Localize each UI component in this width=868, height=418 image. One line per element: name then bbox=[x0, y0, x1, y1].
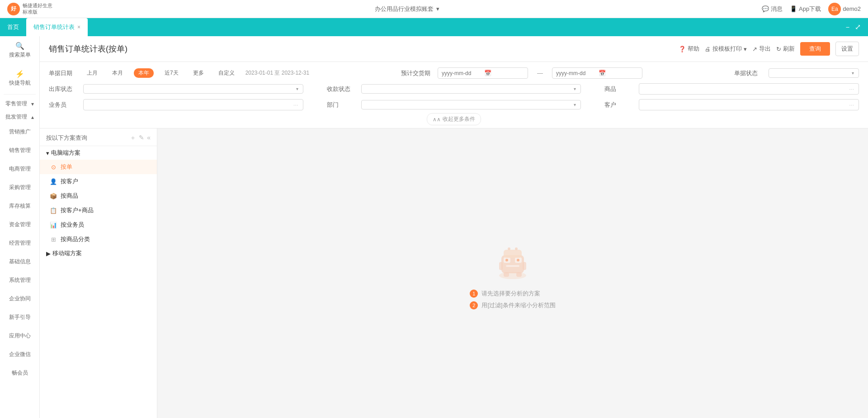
date-more-btn[interactable]: 更多 bbox=[189, 68, 208, 78]
print-dropdown-icon[interactable]: ▾ bbox=[744, 46, 747, 52]
tree-mobile-expand-arrow: ▶ bbox=[46, 250, 51, 257]
tree-item-by-customer[interactable]: 👤 按客户 bbox=[40, 174, 157, 189]
date-filter-label: 单据日期 bbox=[49, 69, 76, 77]
sidebar-item-finance[interactable]: 资金管理 bbox=[2, 216, 38, 233]
export-btn[interactable]: ↗ 导出 bbox=[752, 45, 771, 53]
expected-date-end[interactable]: 📅 bbox=[552, 67, 642, 79]
left-panel-add-btn[interactable]: ＋ bbox=[130, 134, 136, 142]
export-icon: ↗ bbox=[752, 46, 757, 52]
goods-dots[interactable]: ··· bbox=[849, 86, 854, 92]
customer-dots[interactable]: ··· bbox=[849, 101, 854, 108]
settings-btn[interactable]: 设置 bbox=[835, 42, 859, 56]
tip-1-text: 请先选择要分析的方案 bbox=[481, 290, 540, 298]
sidebar-item-member[interactable]: 畅会员 bbox=[2, 365, 38, 381]
logo-text: 畅捷通好生意 标准版 bbox=[23, 3, 52, 14]
empty-tips: 1 请先选择要分析的方案 2 用[过滤]条件来缩小分析范围 bbox=[470, 290, 555, 309]
sidebar-item-guide[interactable]: 新手引导 bbox=[2, 309, 38, 326]
app-title-dropdown-icon[interactable]: ▾ bbox=[436, 5, 439, 12]
sidebar-retail-label: 零售管理 bbox=[5, 100, 27, 108]
sidebar-item-basic[interactable]: 基础信息 bbox=[2, 253, 38, 270]
calendar-icon-end: 📅 bbox=[599, 70, 606, 76]
page-actions: ❓ 帮助 🖨 按模板打印 ▾ ↗ 导出 ↻ 刷新 查询 设置 bbox=[679, 42, 859, 62]
tree-item-by-salesperson[interactable]: 📊 按业务员 bbox=[40, 218, 157, 232]
tab-maximize-btn[interactable]: ⤢ bbox=[855, 23, 861, 32]
status-select[interactable]: ▾ bbox=[769, 68, 859, 78]
salesperson-select[interactable]: ··· bbox=[83, 99, 303, 110]
app-download-btn[interactable]: 📱 App下载 bbox=[790, 5, 821, 13]
svg-rect-9 bbox=[504, 272, 509, 277]
tree-item-by-customer-goods-label: 按客户+商品 bbox=[61, 206, 94, 214]
tree-item-by-goods-cat[interactable]: ⊞ 按商品分类 bbox=[40, 232, 157, 247]
dept-select[interactable]: ▾ bbox=[361, 100, 581, 109]
sidebar-item-wechat[interactable]: 企业微信 bbox=[2, 346, 38, 363]
export-label: 导出 bbox=[759, 45, 771, 53]
sidebar-item-ecom[interactable]: 电商管理 bbox=[2, 161, 38, 177]
help-icon: ❓ bbox=[679, 46, 686, 52]
tree-mobile-group-header[interactable]: ▶ 移动端方案 bbox=[40, 247, 157, 260]
date-custom-btn[interactable]: 自定义 bbox=[215, 68, 238, 78]
message-btn[interactable]: 💬 消息 bbox=[762, 5, 783, 13]
tree-pc-group-header[interactable]: ▾ 电脑端方案 bbox=[40, 146, 157, 160]
print-btn[interactable]: 🖨 按模板打印 ▾ bbox=[705, 45, 747, 53]
expected-date-start[interactable]: 📅 bbox=[438, 67, 528, 79]
sidebar-item-sales[interactable]: 销售管理 bbox=[2, 142, 38, 159]
ship-status-select[interactable]: ▾ bbox=[83, 84, 303, 94]
page-header: 销售订单统计表(按单) ❓ 帮助 🖨 按模板打印 ▾ ↗ 导出 ↻ 刷新 bbox=[40, 36, 868, 62]
tree-item-by-customer-goods[interactable]: 📋 按客户+商品 bbox=[40, 203, 157, 218]
collapse-btn[interactable]: ∧∧ 收起更多条件 bbox=[427, 113, 481, 125]
by-goods-cat-icon: ⊞ bbox=[49, 235, 58, 244]
date-this-month-btn[interactable]: 本月 bbox=[108, 68, 127, 78]
sidebar-item-inventory[interactable]: 库存核算 bbox=[2, 198, 38, 214]
sidebar-item-marketing[interactable]: 营销推广 bbox=[2, 124, 38, 140]
tab-sales-stats[interactable]: 销售订单统计表 × bbox=[26, 18, 88, 36]
tab-bar-actions: － ⤢ bbox=[844, 23, 861, 32]
sidebar-item-purchase[interactable]: 采购管理 bbox=[2, 179, 38, 196]
customer-select[interactable]: ··· bbox=[639, 99, 859, 110]
sidebar-item-system[interactable]: 系统管理 bbox=[2, 272, 38, 289]
sidebar-item-quick-nav[interactable]: ⚡ 快捷导航 bbox=[2, 65, 38, 91]
sidebar-member-label: 畅会员 bbox=[12, 369, 28, 377]
sidebar-item-wholesale[interactable]: 批发管理 ▴ bbox=[0, 109, 39, 123]
goods-select[interactable]: ··· bbox=[639, 83, 859, 95]
tab-close-icon[interactable]: × bbox=[77, 24, 80, 30]
svg-point-4 bbox=[505, 259, 508, 261]
sidebar-operations-label: 经营管理 bbox=[9, 239, 31, 247]
tab-home[interactable]: 首页 bbox=[0, 18, 26, 36]
tree-pc-group-label: 电脑端方案 bbox=[51, 149, 80, 157]
main-layout: 🔍 搜索菜单 ⚡ 快捷导航 零售管理 ▾ 批发管理 ▴ 营销推广 销售管理 电商… bbox=[0, 36, 868, 418]
sidebar-sales-label: 销售管理 bbox=[9, 147, 31, 154]
tree-item-by-order[interactable]: ⊙ 按单 bbox=[40, 160, 157, 174]
tree-item-by-goods-label: 按商品 bbox=[61, 192, 78, 200]
tree-item-by-goods[interactable]: 📦 按商品 bbox=[40, 189, 157, 203]
svg-rect-11 bbox=[504, 250, 522, 258]
sidebar-enterprise-label: 企业协同 bbox=[9, 295, 31, 303]
sidebar-item-retail[interactable]: 零售管理 ▾ bbox=[0, 96, 39, 109]
left-panel-edit-btn[interactable]: ✎ bbox=[139, 134, 144, 142]
expected-date-start-input[interactable] bbox=[442, 70, 482, 76]
empty-illustration bbox=[490, 237, 535, 282]
user-area[interactable]: Ea demo2 bbox=[828, 3, 861, 15]
sidebar-item-search[interactable]: 🔍 搜索菜单 bbox=[2, 37, 38, 63]
sidebar-purchase-label: 采购管理 bbox=[9, 184, 31, 191]
salesperson-dots[interactable]: ··· bbox=[293, 101, 298, 108]
refresh-icon: ↻ bbox=[776, 46, 781, 52]
tip-2-text: 用[过滤]条件来缩小分析范围 bbox=[481, 301, 555, 309]
pay-status-select[interactable]: ▾ bbox=[361, 84, 581, 94]
goods-label: 商品 bbox=[604, 85, 632, 93]
left-panel-collapse-btn[interactable]: « bbox=[147, 134, 151, 142]
sidebar-wechat-label: 企业微信 bbox=[9, 351, 31, 358]
help-btn[interactable]: ❓ 帮助 bbox=[679, 45, 699, 53]
sidebar-item-apps[interactable]: 应用中心 bbox=[2, 328, 38, 344]
date-this-year-btn[interactable]: 本年 bbox=[134, 68, 154, 78]
tip-2-number: 2 bbox=[470, 301, 478, 309]
expected-date-end-input[interactable] bbox=[556, 70, 597, 76]
tab-minimize-btn[interactable]: － bbox=[844, 23, 851, 32]
sidebar-item-operations[interactable]: 经营管理 bbox=[2, 235, 38, 252]
query-btn[interactable]: 查询 bbox=[800, 42, 830, 56]
dept-label: 部门 bbox=[327, 101, 354, 109]
date-last7-btn[interactable]: 近7天 bbox=[161, 68, 182, 78]
sidebar-item-enterprise[interactable]: 企业协同 bbox=[2, 290, 38, 307]
date-last-month-btn[interactable]: 上月 bbox=[83, 68, 101, 78]
app-title-area[interactable]: 办公用品行业模拟账套 ▾ bbox=[375, 5, 439, 13]
refresh-btn[interactable]: ↻ 刷新 bbox=[776, 45, 795, 53]
